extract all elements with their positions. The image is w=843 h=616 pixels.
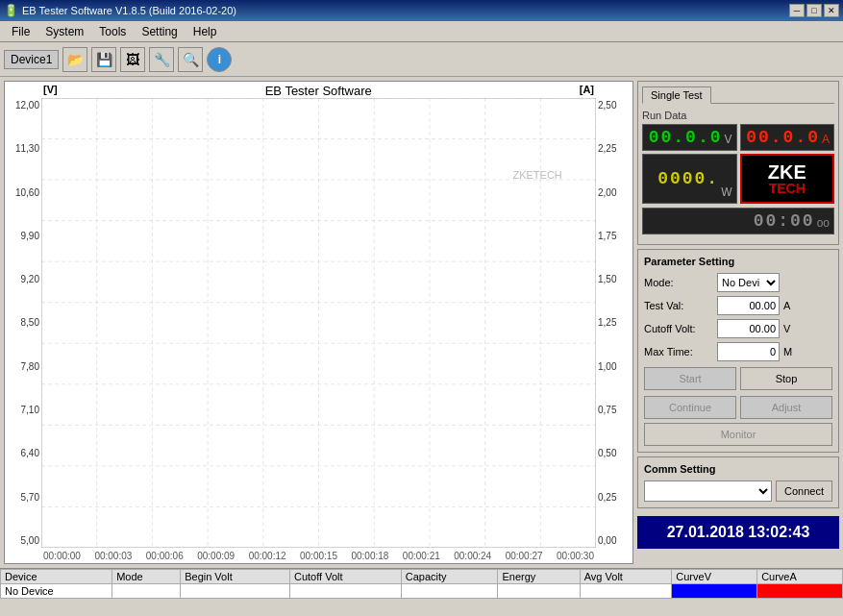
power-unit: W [721,185,731,199]
adjust-button[interactable]: Adjust [740,396,832,419]
mode-row: Mode: No Devi [644,273,832,292]
window-title: EB Tester Software V1.8.5 (Build 2016-02… [22,5,236,16]
test-val-row: Test Val: A [644,296,832,315]
connect-button[interactable]: Connect [776,480,832,502]
tech-text: TECH [768,182,806,195]
menu-bar: File System Tools Setting Help [0,21,843,42]
close-button[interactable]: ✕ [824,4,839,17]
voltage-display: 00.0.0 V [642,124,737,151]
datetime-display: 27.01.2018 13:02:43 [637,516,839,549]
zke-text: ZKE [768,162,806,182]
col-cutoff-volt: Cutoff Volt [289,570,401,584]
run-data-label: Run Data [642,110,834,121]
continue-button[interactable]: Continue [644,396,736,419]
chart-inner: ZKETECH [41,98,596,548]
table-header-row: Device Mode Begin Volt Cutoff Volt Capac… [1,570,843,584]
main-area: [V] EB Tester Software [A] 12,00 11,30 1… [0,77,843,568]
monitor-button[interactable]: Monitor [644,423,832,446]
maximize-button[interactable]: □ [806,4,822,17]
right-panel: Single Test Run Data 00.0.0 V 00.0.0 A [637,81,839,564]
time-unit: oo [817,216,830,230]
chart-svg: ZKETECH [41,98,596,548]
start-button[interactable]: Start [644,367,736,390]
cell-cutoff-volt [289,584,401,599]
voltage-unit: V [724,133,731,146]
max-time-label: Max Time: [644,346,713,357]
chart-title: EB Tester Software [265,84,372,98]
col-avg-volt: Avg Volt [580,570,672,584]
mode-label: Mode: [644,277,713,288]
datetime-text: 27.01.2018 13:02:43 [667,524,810,540]
minimize-button[interactable]: ─ [789,4,805,17]
cell-mode [112,584,181,599]
comm-row: Connect [644,480,832,502]
menu-system[interactable]: System [37,23,91,40]
col-curvev: CurveV [672,570,757,584]
tab-header: Single Test [642,86,834,104]
port-dropdown[interactable] [644,480,772,502]
cell-avg-volt [580,584,672,599]
max-time-unit: M [783,346,792,357]
action-buttons-row: Start Stop [644,367,832,390]
chart-panel: [V] EB Tester Software [A] 12,00 11,30 1… [4,81,633,564]
settings-button[interactable]: 🔧 [149,47,174,72]
single-test-tab-btn[interactable]: Single Test [642,86,711,104]
save-button[interactable]: 💾 [91,47,116,72]
test-val-label: Test Val: [644,300,713,311]
comm-title: Comm Setting [644,463,832,475]
test-val-input[interactable] [717,296,780,315]
test-val-unit: A [783,300,790,311]
zke-logo: ZKE TECH [740,154,835,204]
watermark-text: ZKETECH [512,169,561,181]
menu-tools[interactable]: Tools [91,23,134,40]
title-bar-controls[interactable]: ─ □ ✕ [789,4,839,17]
app-icon: 🔋 [4,4,18,17]
info-button[interactable]: i [207,47,232,72]
device-label: Device1 [4,50,59,69]
cell-energy [498,584,580,599]
v-unit-label: [V] [43,84,58,98]
cutoff-volt-input[interactable] [717,319,780,338]
col-curvea: CurveA [757,570,843,584]
parameter-section: Parameter Setting Mode: No Devi Test Val… [637,249,839,453]
parameter-title: Parameter Setting [644,256,832,267]
bottom-area: Device Mode Begin Volt Cutoff Volt Capac… [0,568,843,616]
cell-capacity [401,584,498,599]
secondary-buttons-row: Continue Adjust [644,396,832,419]
chart-wrapper: 12,00 11,30 10,60 9,90 9,20 8,50 7,80 7,… [5,98,632,548]
run-data-section: Run Data 00.0.0 V 00.0.0 A 0000. [642,110,834,234]
y-axis-right: 2,50 2,25 2,00 1,75 1,50 1,25 1,00 0,75 … [596,98,632,548]
open-button[interactable]: 📂 [62,47,87,72]
menu-file[interactable]: File [4,23,37,40]
cutoff-volt-unit: V [783,323,790,334]
cutoff-volt-label: Cutoff Volt: [644,323,713,334]
menu-setting[interactable]: Setting [134,23,185,40]
col-device: Device [1,570,112,584]
cutoff-volt-row: Cutoff Volt: V [644,319,832,338]
screenshot-button[interactable]: 🖼 [120,47,145,72]
current-display: 00.0.0 A [740,124,835,151]
comm-section: Comm Setting Connect [637,456,839,508]
title-bar-left: 🔋 EB Tester Software V1.8.5 (Build 2016-… [4,4,236,17]
menu-help[interactable]: Help [186,23,225,40]
x-axis-labels: 00:00:00 00:00:03 00:00:06 00:00:09 00:0… [5,548,632,563]
cell-curvea [757,584,843,599]
displays-grid: 00.0.0 V 00.0.0 A 0000. W [642,124,834,204]
search-button[interactable]: 🔍 [178,47,203,72]
current-digits: 00.0.0 [746,128,820,147]
col-begin-volt: Begin Volt [181,570,290,584]
col-mode: Mode [112,570,181,584]
max-time-input[interactable] [717,342,780,361]
power-digits: 0000. [657,169,719,188]
mode-dropdown[interactable]: No Devi [717,273,780,292]
table-row: No Device [1,584,843,599]
power-display: 0000. W [642,154,737,204]
max-time-row: Max Time: M [644,342,832,361]
col-energy: Energy [498,570,580,584]
time-digits: 00:00 [754,211,815,231]
time-display: 00:00 oo [642,208,834,234]
stop-button[interactable]: Stop [740,367,832,390]
cell-begin-volt [181,584,290,599]
toolbar: Device1 📂 💾 🖼 🔧 🔍 i [0,42,843,77]
title-bar: 🔋 EB Tester Software V1.8.5 (Build 2016-… [0,0,843,21]
